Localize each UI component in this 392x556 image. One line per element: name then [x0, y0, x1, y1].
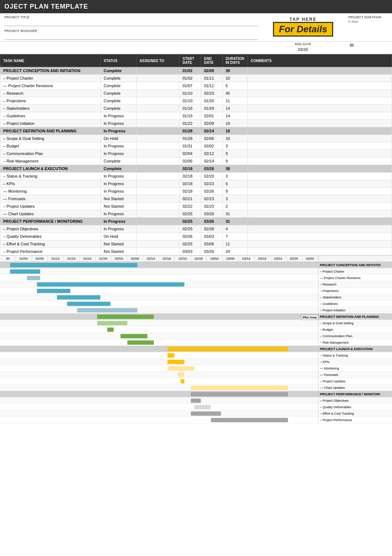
table-row: – ResearchComplete01/1002/2345: [0, 90, 392, 97]
gantt-row: [0, 410, 318, 417]
end-date-label: END DATE: [264, 42, 343, 46]
project-manager-field[interactable]: [4, 33, 258, 40]
gantt-bar: [97, 321, 127, 325]
gantt-date-cell: 03/19: [255, 256, 270, 261]
gantt-row: [0, 378, 318, 385]
duration-unit: in days: [348, 20, 388, 23]
end-date-field-area: END DATE 03/26: [264, 42, 343, 52]
table-row: — Chart UpdatesIn Progress02/2503/2631: [0, 210, 392, 218]
gantt-row: [0, 275, 318, 281]
gantt-date-cell: 02/13: [143, 256, 159, 261]
gantt-row: [0, 268, 318, 275]
gantt-label: – Scope & Goal Setting: [318, 320, 392, 326]
table-row: — MonitoringIn Progress02/1802/269: [0, 188, 392, 195]
project-title-field[interactable]: [4, 20, 258, 26]
gantt-date-cell: 03/04: [207, 256, 222, 261]
gantt-bar: [57, 295, 100, 300]
gantt-label: – Effort & Cost Tracking: [318, 410, 392, 417]
gantt-row: [0, 404, 318, 410]
gantt-date-cell: 02/18: [159, 256, 175, 261]
project-title-label: PROJECT TITLE: [4, 15, 258, 19]
gantt-label: PROJECT LAUNCH & EXECUTION: [318, 346, 392, 352]
gantt-row: [0, 314, 318, 320]
gantt-bar: [211, 418, 288, 422]
table-row: – Project CharterComplete01/0201/1110: [0, 75, 392, 82]
gantt-date-cell: 03/29: [286, 256, 302, 261]
gantt-label: PROJECT PERFORMANCE / MONITORI: [318, 391, 392, 397]
gantt-date-header: 3001/0401/0901/1401/1901/2401/2902/0302/…: [0, 255, 392, 262]
gantt-date-cell: 03/09: [223, 256, 238, 261]
gantt-label: — Chart Updates: [318, 385, 392, 391]
gantt-bar: [191, 386, 288, 390]
page-header: OJECT PLAN TEMPLATE: [0, 0, 392, 13]
top-form: PROJECT TITLE PROJECT MANAGER TAP HERE F…: [0, 13, 392, 42]
project-table: TASK NAME STATUS ASSIGNED TO START DATE …: [0, 54, 392, 255]
table-row: – BudgetIn Progress01/3102/023: [0, 142, 392, 150]
gantt-date-cell: 02/08: [127, 256, 143, 261]
gantt-row: [0, 397, 318, 404]
table-row: – Quality DeliverablesOn Hold02/2603/037: [0, 233, 392, 240]
gantt-label: – Status & Tracking: [318, 352, 392, 359]
table-row: – KPIsIn Progress02/1802/236: [0, 180, 392, 188]
table-row: – Status & TrackingIn Progress02/1802/20…: [0, 173, 392, 180]
gantt-label: – Projections: [318, 288, 392, 294]
duration-value-area: 85: [348, 42, 388, 52]
gantt-row: [0, 294, 318, 301]
gantt-label: – Stakeholders: [318, 294, 392, 301]
tap-here-section[interactable]: TAP HERE For Details: [264, 15, 343, 37]
gantt-row: [0, 333, 318, 339]
gantt-row: [0, 365, 318, 372]
gantt-bar: [37, 282, 184, 287]
gantt-label: – Project Charter: [318, 268, 392, 275]
gantt-body-container: Plot Area PROJECT CONCEPTION AND INITIAT…: [0, 262, 392, 423]
gantt-date-cell: 04/03: [302, 256, 318, 261]
gantt-date-cell: 03/24: [270, 256, 286, 261]
gantt-label: – Quality Deliverables: [318, 404, 392, 410]
gantt-label: PROJECT CONCEPTION AND INITIATIO: [318, 262, 392, 268]
gantt-bar: [178, 373, 184, 377]
table-row: PROJECT CONCEPTION AND INITIATIONComplet…: [0, 67, 392, 75]
gantt-date-cell: 01/14: [48, 256, 63, 261]
gantt-label: – Risk Management: [318, 339, 392, 346]
gantt-bar: [167, 366, 194, 371]
col-task-name: TASK NAME: [0, 55, 101, 67]
table-row: PROJECT LAUNCH & EXECUTIONComplete02/180…: [0, 165, 392, 173]
tap-here-label: TAP HERE: [264, 17, 343, 22]
gantt-bar: [10, 263, 137, 267]
project-duration-label: PROJECT DURATION: [348, 15, 388, 19]
gantt-bar: [191, 399, 201, 403]
page-title: OJECT PLAN TEMPLATE: [4, 3, 88, 10]
gantt-bar: [167, 353, 174, 358]
gantt-date-cell: 02/28: [191, 256, 207, 261]
gantt-label: – Project Updates: [318, 378, 392, 385]
table-row: – Communication PlanIn Progress02/0402/1…: [0, 150, 392, 157]
gantt-bar: [167, 347, 288, 351]
gantt-bar: [181, 379, 184, 383]
table-row: PROJECT DEFINITION AND PLANNINGIn Progre…: [0, 127, 392, 135]
table-row: — ForecastsNot Started02/2102/233: [0, 195, 392, 203]
gantt-date-cell: 01/19: [63, 256, 79, 261]
gantt-label: – Budget: [318, 326, 392, 333]
gantt-label: — Project Charter Revisions: [318, 275, 392, 281]
table-row: – GuidelinesIn Progress01/1902/0114: [0, 112, 392, 120]
gantt-row: [0, 301, 318, 307]
second-row: END DATE 03/26 85: [0, 42, 392, 54]
gantt-label: – Project Initiation: [318, 307, 392, 314]
tap-details-banner[interactable]: For Details: [273, 22, 333, 37]
gantt-bar: [27, 276, 40, 280]
gantt-labels-col: PROJECT CONCEPTION AND INITIATIO– Projec…: [318, 262, 392, 423]
gantt-date-cell: 01/29: [95, 256, 111, 261]
table-row: – Project UpdatesNot Started02/2202/232: [0, 203, 392, 210]
left-fields: PROJECT TITLE PROJECT MANAGER: [4, 15, 258, 40]
gantt-label: – Research: [318, 281, 392, 288]
gantt-bars-area: Plot Area: [0, 262, 318, 423]
gantt-row: [0, 352, 318, 359]
gantt-label: – Project Objectives: [318, 397, 392, 404]
gantt-bar: [37, 289, 70, 293]
gantt-label: – Communication Plan: [318, 333, 392, 339]
table-row: PROJECT PERFORMANCE / MONITORINGIn Progr…: [0, 218, 392, 225]
gantt-section: 3001/0401/0901/1401/1901/2401/2902/0302/…: [0, 255, 392, 423]
table-row: – Effort & Cost TrackingNot Started02/25…: [0, 240, 392, 248]
gantt-bar: [194, 405, 211, 409]
table-row: – ProjectionsComplete01/1001/2011: [0, 97, 392, 105]
